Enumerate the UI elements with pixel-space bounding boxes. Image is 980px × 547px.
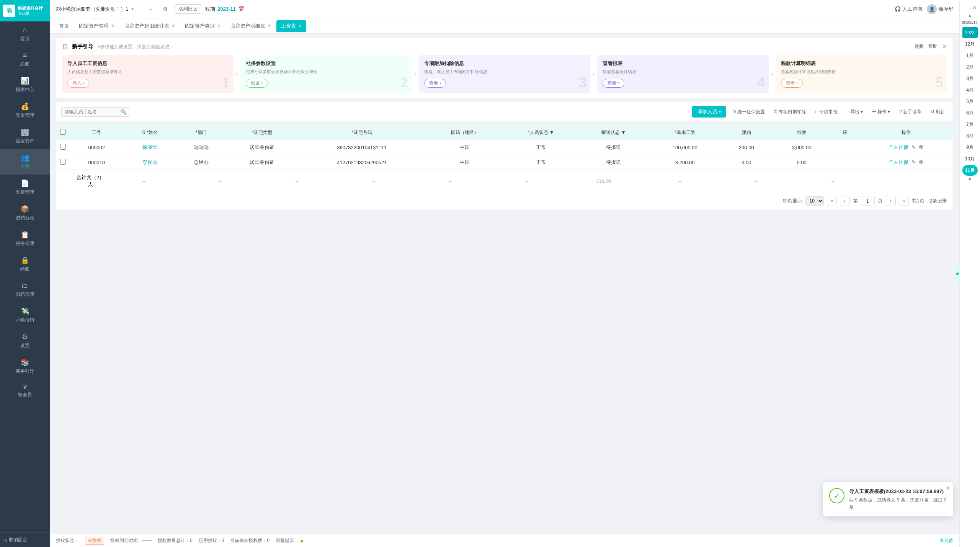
tab-payroll[interactable]: 工资表 ✕ xyxy=(276,20,306,32)
row-1-delete-icon[interactable]: 🗑 xyxy=(918,144,923,150)
nav-label-payroll: 工资 xyxy=(20,163,29,170)
row-1-report-status: 待报送 xyxy=(578,140,649,155)
calendar-month-6[interactable]: 6月 xyxy=(962,108,978,118)
panel-close-btn[interactable]: ✕ xyxy=(971,3,978,12)
step-1-btn[interactable]: 导入 › xyxy=(67,79,89,88)
operations-btn[interactable]: ☰ 操作 ▾ xyxy=(869,107,893,117)
sidebar-item-expense[interactable]: 💸 小畅报销 xyxy=(0,302,50,328)
sidebar-item-home[interactable]: ⌂ 首页 xyxy=(0,21,50,47)
per-page-select[interactable]: 10 20 50 xyxy=(805,196,824,206)
calendar-month-12[interactable]: 12月 xyxy=(962,39,978,49)
sidebar-item-payroll[interactable]: 👥 工资 xyxy=(0,149,50,175)
export-btn[interactable]: ↑ 导出 ▾ xyxy=(844,107,866,117)
tab-home[interactable]: 首页 xyxy=(54,20,74,32)
tab-categories[interactable]: 固定资产类别 ✕ xyxy=(180,20,225,32)
auth-label: 授权状态： xyxy=(56,537,79,544)
guide-close-btn[interactable]: ✕ xyxy=(942,43,947,50)
social-insurance-btn[interactable]: ⊙ 统一社保设置 xyxy=(729,107,768,117)
tab-details-close[interactable]: ✕ xyxy=(268,23,271,28)
calendar-month-10[interactable]: 10月 xyxy=(962,153,978,164)
sidebar-item-inventory[interactable]: 📦 进销台账 xyxy=(0,200,50,226)
account-selector[interactable]: 刘小艳演示账套（勿删勿动！）1 ▼ xyxy=(56,6,134,13)
guide-btn[interactable]: ? 新手引导 xyxy=(896,107,924,117)
switch-version-btn[interactable]: 切到旧版 xyxy=(175,4,201,14)
row-2-name-link[interactable]: 李俊杰 xyxy=(142,159,157,165)
tab-details[interactable]: 固定资产明细账 ✕ xyxy=(226,20,276,32)
sidebar-item-archive[interactable]: 🗂 归档管理 xyxy=(0,277,50,302)
row-2-action-label[interactable]: 个人社保 xyxy=(889,159,908,165)
operations-icon: ☰ xyxy=(872,109,876,114)
sidebar-item-ledger[interactable]: ≡ 总账 xyxy=(0,47,50,72)
tab-categories-close[interactable]: ✕ xyxy=(217,23,220,28)
step-3-btn[interactable]: 查看 › xyxy=(424,79,446,88)
refresh-btn[interactable]: ↺ 刷新 xyxy=(928,107,948,117)
panel-down-btn[interactable]: ▼ xyxy=(967,176,973,182)
first-page-btn[interactable]: « xyxy=(827,196,837,206)
user-info[interactable]: 👤 徐泽华 xyxy=(927,4,953,14)
sidebar-item-tax[interactable]: 📋 税务管理 xyxy=(0,226,50,251)
row-2-edit-icon[interactable]: ✎ xyxy=(911,159,916,165)
sidebar-item-funds[interactable]: 💰 资金管理 xyxy=(0,98,50,123)
search-input[interactable] xyxy=(65,109,118,114)
panel-expand-btn[interactable]: ◀ xyxy=(954,266,960,281)
step-2-btn[interactable]: 设置 › xyxy=(246,79,268,88)
sidebar-item-guide[interactable]: 📚 新手引导 xyxy=(0,354,50,379)
step-5-btn[interactable]: 查看 › xyxy=(781,79,803,88)
row-1-edit-icon[interactable]: ✎ xyxy=(911,144,916,150)
customer-service-btn[interactable]: 🎧 人工咨询 xyxy=(895,6,922,13)
row-2-checkbox[interactable] xyxy=(60,159,66,165)
step-4-btn[interactable]: 查看 › xyxy=(603,79,624,88)
calendar-month-7[interactable]: 7月 xyxy=(962,119,978,130)
special-deduction-btn[interactable]: © 专项附加扣除 xyxy=(771,107,809,117)
row-1-action-label[interactable]: 个人社保 xyxy=(889,144,908,150)
sidebar-item-settings[interactable]: ⚙ 设置 xyxy=(0,328,50,354)
tax-report-btn[interactable]: □ 个税申报 xyxy=(812,107,841,117)
header-status[interactable]: *人员状态 ▼ xyxy=(504,125,578,140)
tab-fixed-assets-close[interactable]: ✕ xyxy=(111,23,114,28)
sidebar-item-close[interactable]: 🔒 结账 xyxy=(0,251,50,277)
tab-depreciation[interactable]: 固定资产折旧统计表 ✕ xyxy=(120,20,180,32)
calendar-month-4[interactable]: 4月 xyxy=(962,85,978,95)
row-1-name-link[interactable]: 徐泽华 xyxy=(142,144,157,150)
add-person-btn[interactable]: 添加人员 ▾ xyxy=(692,106,726,118)
calendar-month-1[interactable]: 1月 xyxy=(962,50,978,61)
page-input[interactable] xyxy=(861,196,875,206)
panel-up-btn[interactable]: ▲ xyxy=(967,12,973,18)
calendar-month-9[interactable]: 9月 xyxy=(962,142,978,153)
recharge-link[interactable]: 去充值 xyxy=(939,537,953,544)
calendar-month-5[interactable]: 5月 xyxy=(962,96,978,107)
header-name[interactable]: ⇅ *姓名 xyxy=(123,125,176,140)
add-account-btn[interactable]: ＋ xyxy=(145,4,156,15)
prev-page-btn[interactable]: ‹ xyxy=(840,196,850,206)
period-selector[interactable]: 账期 2023-11 📅 xyxy=(205,6,244,13)
tab-depreciation-close[interactable]: ✕ xyxy=(172,23,175,28)
table-row: 000002 徐泽华 嗯嗯嗯 居民身份证 360782200104131111 … xyxy=(56,140,953,155)
nav-label-inventory: 进销台账 xyxy=(16,215,34,221)
help-link[interactable]: 帮助 xyxy=(928,43,938,50)
nav-label-expense: 小畅报销 xyxy=(16,317,34,323)
sidebar-item-fixed-assets[interactable]: 🏢 固定资产 xyxy=(0,123,50,149)
calendar-month-11[interactable]: 11月 xyxy=(962,165,978,176)
header-report-status[interactable]: 报送状态 ▼ xyxy=(578,125,649,140)
notif-close-btn[interactable]: ✕ xyxy=(946,485,950,491)
sidebar-item-reports[interactable]: 📊 报表中心 xyxy=(0,72,50,98)
tab-payroll-close[interactable]: ✕ xyxy=(298,23,302,28)
unpin-btn[interactable]: ◁ 取消固定 xyxy=(0,532,50,547)
calendar-month-2[interactable]: 2月 xyxy=(962,62,978,72)
account-dropdown-icon: ▼ xyxy=(131,7,134,11)
row-1-checkbox[interactable] xyxy=(60,144,66,150)
sidebar-item-invoices[interactable]: 📄 发票管理 xyxy=(0,175,50,200)
row-1-performance: 3,000.00 xyxy=(772,140,831,155)
last-page-btn[interactable]: » xyxy=(899,196,909,206)
calendar-month-3[interactable]: 3月 xyxy=(962,73,978,84)
row-2-delete-icon[interactable]: 🗑 xyxy=(918,159,923,165)
sidebar-item-member[interactable]: V 畅会员 xyxy=(0,379,50,403)
tab-fixed-assets[interactable]: 固定资产管理 ✕ xyxy=(74,20,119,32)
next-page-btn[interactable]: › xyxy=(886,196,896,206)
calendar-month-8[interactable]: 8月 xyxy=(962,131,978,141)
settings-btn[interactable]: ⚙ xyxy=(160,4,171,15)
video-link[interactable]: 视频 xyxy=(915,43,924,50)
row-1-status: 正常 xyxy=(504,140,578,155)
expire-label: 授权到期时间：—— xyxy=(110,537,152,544)
select-all-checkbox[interactable] xyxy=(60,129,66,135)
